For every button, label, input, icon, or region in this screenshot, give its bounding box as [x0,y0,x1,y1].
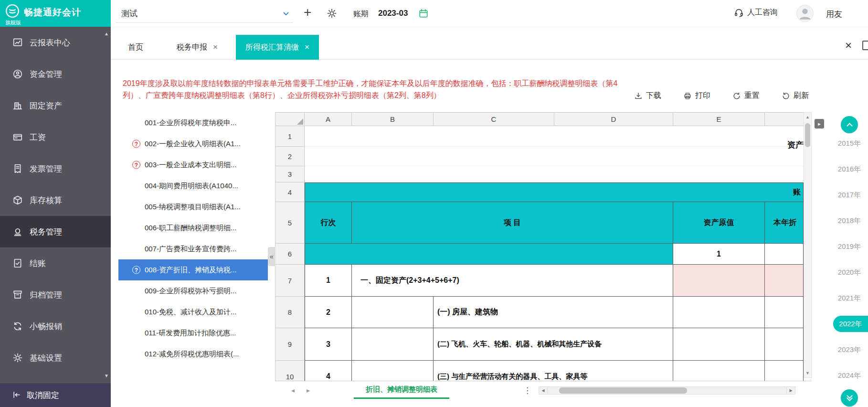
expand-panel-handle[interactable]: ▸ [815,119,824,129]
horizontal-scroll-track[interactable] [548,387,786,394]
sidebar-item-funds[interactable]: 资金管理 [0,58,111,90]
value-cell[interactable] [765,361,804,381]
year-item[interactable]: 2018年 [831,208,868,234]
value-cell-highlight[interactable] [673,265,765,297]
line-no-cell[interactable]: 3 [305,328,352,361]
line-no-cell[interactable]: 4 [305,361,352,381]
report-list-item[interactable]: 001-企业所得税年度纳税申... [118,112,268,133]
sheet-more-icon[interactable]: ⋮ [523,386,531,396]
form-group-header-row[interactable]: 账 [305,182,804,202]
report-list-item[interactable]: 012-减免所得税优惠明细表(... [118,343,268,364]
value-cell-highlight[interactable] [765,265,804,297]
sheet-tab-depreciation[interactable]: 折旧、摊销调整明细表 [354,381,449,399]
header-cell-item[interactable]: 项 目 [352,202,673,244]
sidebar-item-fixed-assets[interactable]: 固定资产 [0,90,111,121]
download-button[interactable]: 下载 [634,91,661,101]
consult-button[interactable]: 人工咨询 [734,8,778,18]
print-button[interactable]: 打印 [683,91,710,101]
tab-income-tax-settlement[interactable]: 所得税汇算清缴 × [236,35,319,60]
row-header-4[interactable]: 4 [275,182,305,202]
item-cell[interactable]: (一) 房屋、建筑物 [434,297,673,328]
row-header-3[interactable]: 3 [275,166,305,182]
report-list-item[interactable]: 009-企业所得税弥补亏损明... [118,280,268,301]
maximize-icon[interactable] [862,41,868,50]
horizontal-scroll-thumb[interactable] [559,387,687,394]
sidebar-item-invoices[interactable]: 发票管理 [0,153,111,184]
tab-tax-declaration[interactable]: 税务申报 × [167,35,227,60]
calendar-icon[interactable] [418,8,429,19]
username-label[interactable]: 用友 [826,9,842,20]
col-header-e[interactable]: E [673,112,765,126]
year-item[interactable]: 2020年 [831,259,868,285]
report-list-item[interactable]: 010-免税、减计收入及加计... [118,301,268,322]
vertical-scroll-thumb[interactable] [805,123,810,147]
report-list-item[interactable]: 005-纳税调整项目明细表(A1... [118,196,268,217]
year-item[interactable]: 2023年 [831,337,868,363]
scroll-right-icon[interactable]: ▶ [786,387,795,394]
form-cell-empty[interactable] [765,244,804,265]
sidebar-item-inventory[interactable]: 库存核算 [0,184,111,216]
col-number-cell[interactable]: 1 [673,244,765,265]
unpin-button[interactable]: 取消固定 [0,383,111,407]
col-header-d[interactable]: D [554,112,673,126]
form-cell-empty[interactable] [352,361,434,381]
sidebar-item-tax[interactable]: 税务管理 [0,216,111,247]
years-scroll-down-button[interactable] [841,389,858,407]
year-item[interactable]: 2019年 [831,234,868,259]
row-header-10[interactable]: 10 [275,361,305,381]
col-header-a[interactable]: A [305,112,352,126]
collapse-panel-handle[interactable]: « [268,247,275,266]
report-list-item[interactable]: ?002-一般企业收入明细表(A1... [118,133,268,154]
value-cell[interactable] [765,297,804,328]
year-item[interactable]: 2021年 [831,285,868,311]
year-item[interactable]: 2015年 [831,130,868,156]
year-item[interactable]: 2017年 [831,182,868,208]
tab-close-icon[interactable]: × [305,43,309,51]
add-account-set-button[interactable]: + [304,4,311,21]
reset-button[interactable]: 重置 [732,91,760,101]
sidebar-item-settings[interactable]: 基础设置 [0,342,111,374]
row-header-7[interactable]: 7 [275,265,305,297]
row-header-2[interactable]: 2 [275,147,305,166]
row-header-5[interactable]: 5 [275,202,305,244]
form-cell-empty[interactable] [305,244,673,265]
value-cell[interactable] [673,297,765,328]
tab-home[interactable]: 首页 [118,35,153,60]
header-cell-partial[interactable]: 本年折 [765,202,804,244]
line-no-cell[interactable]: 2 [305,297,352,328]
scroll-up-icon[interactable]: ▲ [804,115,811,119]
refresh-button[interactable]: 刷新 [782,91,809,101]
header-cell-line-no[interactable]: 行次 [305,202,352,244]
item-cell[interactable]: 一、固定资产(2+3+4+5+6+7) [352,265,673,297]
value-cell[interactable] [765,328,804,361]
report-list-item[interactable]: 006-职工薪酬纳税调整明细... [118,217,268,238]
year-item[interactable]: 2016年 [831,156,868,182]
header-cell-asset-value[interactable]: 资产原值 [673,202,765,244]
report-list-item[interactable]: 007-广告费和业务宣传费跨... [118,238,268,259]
col-header-b[interactable]: B [352,112,434,126]
year-item-selected[interactable]: 2022年 [831,311,868,337]
select-all-corner[interactable] [275,112,305,126]
account-set-dropdown[interactable]: 测试 [116,4,293,23]
sidebar-item-payroll[interactable]: 工资 [0,121,111,153]
item-cell[interactable]: (二) 飞机、火车、轮船、机器、机械和其他生产设备 [434,328,673,361]
year-item[interactable]: 2024年 [831,363,868,388]
vertical-scrollbar[interactable]: ▲ ▼ [804,112,812,378]
form-cell-empty[interactable] [352,297,434,328]
report-list-item-selected[interactable]: ?008-资产折旧、摊销及纳税... [118,259,268,280]
report-list-item[interactable]: 011-研发费用加计扣除优惠... [118,322,268,343]
scroll-left-icon[interactable]: ◀ [539,387,548,394]
row-header-9[interactable]: 9 [275,328,305,361]
value-cell[interactable] [673,328,765,361]
sidebar-item-cloud-reports[interactable]: 云报表中心 [0,27,111,58]
sidebar-item-reimburse[interactable]: 小畅报销 [0,311,111,342]
sidebar-item-partial[interactable] [0,374,111,384]
sheet-prev-icon[interactable]: ◂ [291,386,295,394]
period-value[interactable]: 2023-03 [378,9,408,18]
horizontal-scrollbar[interactable]: ◀ ▶ [539,386,795,395]
report-list-item[interactable]: ?003-一般企业成本支出明细... [118,154,268,175]
row-header-8[interactable]: 8 [275,297,305,328]
sidebar-item-closing[interactable]: 结账 [0,247,111,279]
value-cell[interactable] [673,361,765,381]
tab-close-icon[interactable]: × [213,43,218,51]
